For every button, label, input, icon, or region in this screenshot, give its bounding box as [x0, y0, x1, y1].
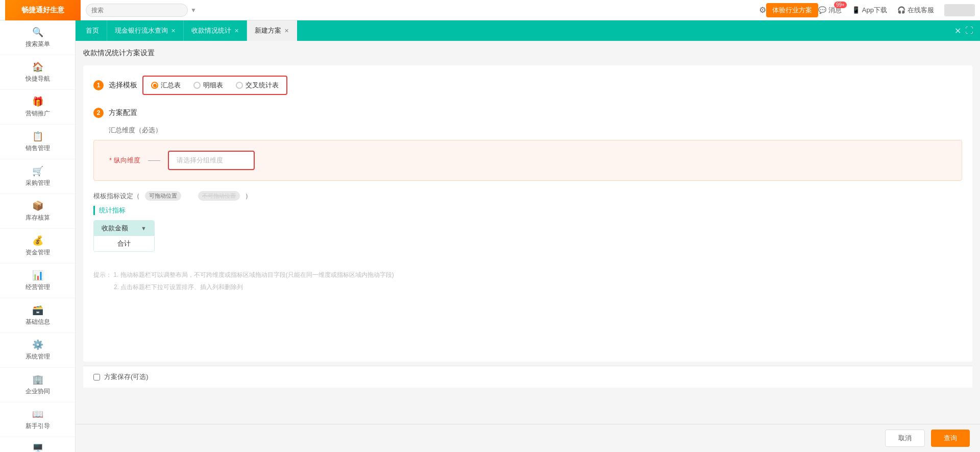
- sidebar-item-quick-nav[interactable]: 🏠 快捷导航: [0, 55, 75, 90]
- dimension-area: * 纵向维度 —— 请选择分组维度: [93, 140, 962, 181]
- stats-indicator-title: 统计指标: [93, 206, 962, 215]
- step1-header: 1 选择模板 汇总表 明细表: [93, 76, 962, 95]
- radio-detail[interactable]: 明细表: [193, 81, 223, 90]
- download-label: App下载: [862, 6, 887, 15]
- sidebar-label-guide: 新手引导: [26, 422, 50, 431]
- dimension-arrow: ——: [148, 157, 160, 164]
- sidebar-item-system[interactable]: ⚙️ 系统管理: [0, 333, 75, 368]
- sidebar-item-inventory[interactable]: 📦 库存核算: [0, 194, 75, 229]
- sidebar-item-basic[interactable]: 🗃️ 基础信息: [0, 298, 75, 333]
- non-draggable-badge: 不可拖动位置: [198, 191, 240, 201]
- step2-title: 方案配置: [109, 108, 137, 117]
- content-area: 收款情况统计方案设置 1 选择模板 汇总表: [76, 41, 980, 424]
- radio-detail-label: 明细表: [203, 81, 223, 90]
- tab-collection[interactable]: 收款情况统计 ✕: [184, 20, 247, 41]
- monitor-icon: 🖥️: [32, 443, 43, 452]
- logo: 畅捷通好生意: [5, 0, 81, 20]
- chart-icon: 📊: [32, 270, 43, 281]
- tips-section: 提示： 1. 拖动标题栏可以调整布局，不可跨维度或指标区域拖动目字段(只能在同一…: [93, 269, 962, 293]
- metrics-dropdown-icon[interactable]: ▼: [141, 225, 146, 231]
- dimension-select[interactable]: 请选择分组维度: [168, 151, 255, 170]
- cancel-button[interactable]: 取消: [885, 430, 925, 447]
- sidebar-label-quicknav: 快捷导航: [26, 75, 50, 83]
- tab-collection-close[interactable]: ✕: [234, 28, 239, 34]
- gear-icon[interactable]: ⚙: [759, 5, 766, 15]
- sidebar-item-marketing[interactable]: 🎁 营销推广: [0, 90, 75, 125]
- step2-section: 2 方案配置 汇总维度（必选） * 纵向维度 —— 请选择分组维度: [93, 108, 962, 293]
- sidebar-item-purchase[interactable]: 🛒 采购管理: [0, 159, 75, 194]
- query-button[interactable]: 查询: [931, 430, 970, 447]
- step2-number: 2: [93, 108, 104, 118]
- radio-cross-label: 交叉统计表: [246, 81, 279, 90]
- sidebar-label-basic: 基础信息: [26, 318, 50, 326]
- window-expand-button[interactable]: ⛶: [965, 26, 973, 36]
- top-search-area: ▼: [81, 4, 759, 17]
- sidebar-item-finance[interactable]: 💰 资金管理: [0, 229, 75, 264]
- sidebar-item-sales[interactable]: 📋 销售管理: [0, 125, 75, 159]
- sidebar-item-search[interactable]: 🔍 搜索菜单: [0, 20, 75, 55]
- download-item[interactable]: 📱 App下载: [852, 6, 887, 15]
- dimension-row-label: * 纵向维度: [109, 156, 140, 165]
- sidebar-item-operation[interactable]: 📊 经营管理: [0, 264, 75, 298]
- tab-new-plan-close[interactable]: ✕: [284, 28, 289, 34]
- page-title: 收款情况统计方案设置: [83, 49, 972, 58]
- building-icon: 🏢: [32, 374, 43, 385]
- tip1-text: 1. 拖动标题栏可以调整布局，不可跨维度或指标区域拖动目字段(只能在同一维度或指…: [113, 271, 394, 278]
- step1-number: 1: [93, 80, 104, 90]
- tab-cashflow[interactable]: 现金银行流水查询 ✕: [107, 20, 184, 41]
- save-checkbox[interactable]: [93, 374, 100, 380]
- step2-header: 2 方案配置: [93, 108, 962, 118]
- tab-cashflow-label: 现金银行流水查询: [115, 26, 168, 35]
- search-dropdown-icon[interactable]: ▼: [190, 7, 197, 14]
- cart-icon: 🛒: [32, 165, 43, 177]
- top-bar: 畅捷通好生意 ▼ ⚙ 体验行业方案 💬 消息 99+ 📱 App下载 🎧 在线客…: [0, 0, 980, 20]
- gift-icon: 🎁: [32, 96, 43, 107]
- save-option-label[interactable]: 方案保存(可选): [104, 372, 149, 382]
- tab-cashflow-close[interactable]: ✕: [171, 28, 176, 34]
- template-radio-group: 汇总表 明细表 交叉统计表: [142, 76, 287, 95]
- user-area: [944, 4, 975, 16]
- radio-summary-label: 汇总表: [161, 81, 181, 90]
- service-item[interactable]: 🎧 在线客服: [897, 6, 934, 15]
- sidebar-item-enterprise[interactable]: 🏢 企业协同: [0, 368, 75, 402]
- box-icon: 📦: [32, 200, 43, 211]
- radio-summary[interactable]: 汇总表: [151, 81, 181, 90]
- dimension-row: * 纵向维度 —— 请选择分组维度: [109, 151, 946, 170]
- search-input[interactable]: [86, 4, 188, 17]
- metrics-label-row: 模板指标设定（ 可拖动位置 不可拖动位置 ）: [93, 191, 962, 201]
- tab-collection-label: 收款情况统计: [191, 26, 231, 35]
- clipboard-icon: 📋: [32, 131, 43, 142]
- sidebar-label-inventory: 库存核算: [26, 213, 50, 222]
- download-icon: 📱: [852, 6, 860, 14]
- message-item[interactable]: 💬 消息 99+: [818, 6, 842, 15]
- metrics-table-body: 合计: [94, 236, 154, 251]
- radio-cross[interactable]: 交叉统计表: [236, 81, 279, 90]
- save-option-area: 方案保存(可选): [83, 366, 972, 388]
- metrics-table-header[interactable]: 收款金额 ▼: [94, 221, 154, 236]
- tab-home[interactable]: 首页: [78, 20, 107, 41]
- layout: 🔍 搜索菜单 🏠 快捷导航 🎁 营销推广 📋 销售管理 🛒 采购管理 📦 库存核…: [0, 20, 980, 452]
- search-icon: 🔍: [32, 27, 43, 38]
- sidebar-label-sales: 销售管理: [26, 144, 50, 153]
- config-card: 1 选择模板 汇总表 明细表: [83, 65, 972, 362]
- trial-button[interactable]: 体验行业方案: [766, 3, 818, 17]
- sidebar-label-operation: 经营管理: [26, 283, 50, 292]
- metrics-column-label: 收款金额: [102, 224, 128, 233]
- settings-icon: ⚙️: [32, 339, 43, 350]
- radio-summary-circle: [151, 82, 158, 89]
- metrics-section-title: 模板指标设定（: [93, 192, 140, 201]
- step1-title: 选择模板: [109, 81, 137, 90]
- window-close-button[interactable]: ✕: [954, 26, 961, 36]
- step1-section: 1 选择模板 汇总表 明细表: [93, 76, 962, 95]
- sidebar-item-hardware[interactable]: 🖥️ 智能硬件: [0, 437, 75, 452]
- tab-home-label: 首页: [86, 26, 99, 35]
- sidebar-label-purchase: 采购管理: [26, 179, 50, 187]
- sidebar-label-search: 搜索菜单: [26, 40, 50, 49]
- sidebar: 🔍 搜索菜单 🏠 快捷导航 🎁 营销推广 📋 销售管理 🛒 采购管理 📦 库存核…: [0, 20, 76, 452]
- metrics-section-close: ）: [245, 192, 252, 201]
- home-icon: 🏠: [32, 61, 43, 73]
- tab-new-plan[interactable]: 新建方案 ✕: [247, 20, 297, 41]
- tab-new-plan-label: 新建方案: [255, 26, 281, 35]
- service-icon: 🎧: [897, 6, 905, 14]
- sidebar-item-guide[interactable]: 📖 新手引导: [0, 402, 75, 437]
